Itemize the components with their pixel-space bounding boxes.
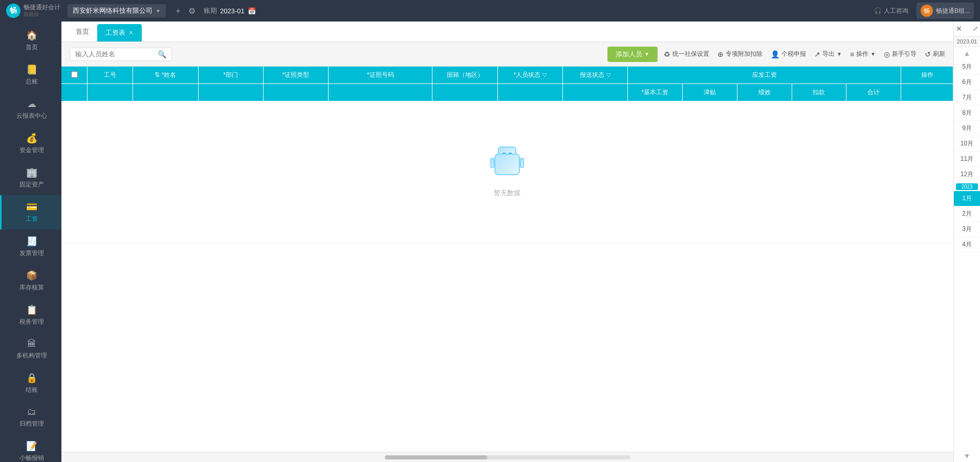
add-person-label: 添加人员 [616,50,642,59]
th-checkbox[interactable] [61,67,88,84]
payroll-table: 工号 ⇅ *姓名 *部门 *证照类型 *证照号码 国籍（地区） *人员状态 ▽ … [61,67,953,243]
period-info: 账期 2023-01 📅 [204,6,256,15]
table-container: 工号 ⇅ *姓名 *部门 *证照类型 *证照号码 国籍（地区） *人员状态 ▽ … [61,67,953,452]
company-selector[interactable]: 西安虾米网络科技有限公司 ▼ [68,4,166,17]
th-cert-type: *证照类型 [263,67,328,84]
month-item-1[interactable]: 1月 [954,191,980,206]
cloud-icon: ☁ [27,98,36,110]
add-person-button[interactable]: 添加人员 ▼ [607,47,658,62]
operations-icon: ≡ [850,50,854,58]
special-deduction-btn[interactable]: ⊕ 专项附加扣除 [717,50,763,58]
avatar: 畅 [921,5,933,17]
sidebar-label-close: 结账 [26,386,38,394]
settings-icon[interactable]: ⚙ [188,6,195,16]
th2-empty7 [432,84,497,101]
th-nationality: 国籍（地区） [432,67,497,84]
year-badge: 2023 [956,183,978,190]
search-icon: 🔍 [158,50,166,58]
report-filter-icon[interactable]: ▽ [606,72,611,78]
sidebar-item-payroll[interactable]: 💳 工资 [0,195,61,229]
scroll-track[interactable] [385,455,630,459]
sidebar-item-multi[interactable]: 🏛 多机构管理 [0,332,61,366]
th2-empty3 [133,84,198,101]
month-item-7[interactable]: 7月 [954,90,980,106]
scroll-down-btn[interactable]: ▼ [954,450,980,462]
month-item-3[interactable]: 3月 [954,222,980,237]
operations-btn[interactable]: ≡ 操作 ▼ [850,50,876,58]
th-deduction: 扣款 [792,84,846,101]
month-item-10[interactable]: 10月 [954,136,980,152]
empty-illustration [489,146,525,182]
month-item-8[interactable]: 8月 [954,106,980,121]
service-button[interactable]: 🎧 人工咨询 [874,7,908,15]
sidebar-item-tax[interactable]: 📋 税务管理 [0,298,61,332]
content-area: 首页 工资表 ✕ 🔍 添加人员 ▼ ♻ 统一社保设置 [61,22,953,462]
calendar-icon[interactable]: 📅 [248,7,256,15]
refresh-btn[interactable]: ↺ 刷新 [925,50,945,58]
sidebar-item-expense[interactable]: 📝 小畅报销 [0,434,61,462]
capital-icon: 💰 [26,133,37,144]
chevron-down-icon: ▼ [156,8,161,14]
tab-close-icon[interactable]: ✕ [128,29,134,36]
scroll-thumb[interactable] [385,455,487,459]
select-all-checkbox[interactable] [71,71,78,78]
social-insurance-btn[interactable]: ♻ 统一社保设置 [664,50,709,58]
tab-home[interactable]: 首页 [68,23,97,41]
social-insurance-icon: ♻ [664,50,670,58]
tab-payroll[interactable]: 工资表 ✕ [97,24,142,41]
guide-btn[interactable]: ◎ 新手引导 [884,50,917,58]
month-item-9[interactable]: 9月 [954,121,980,136]
sidebar-item-assets[interactable]: 🏢 固定资产 [0,161,61,195]
right-header: 🎧 人工咨询 畅 畅捷通B组... [874,3,974,19]
add-icon[interactable]: ＋ [174,6,182,16]
month-item-5[interactable]: 5月 [954,59,980,75]
th-allowance: 津贴 [682,84,737,101]
home-icon: 🏠 [26,30,37,41]
th2-empty6 [328,84,432,101]
sidebar-label-archive: 归档管理 [19,419,44,428]
scroll-up-btn[interactable]: ▲ [954,47,980,59]
export-btn[interactable]: ↗ 导出 ▼ [814,50,842,58]
sidebar-item-ledger[interactable]: 📒 总账 [0,58,61,92]
personal-tax-icon: 👤 [771,50,779,58]
sidebar-label-capital: 资金管理 [19,146,44,155]
guide-toolbar-icon: ◎ [884,50,890,58]
expense-icon: 📝 [26,440,37,452]
month-item-6[interactable]: 6月 [954,75,980,90]
app-edition: 旗舰版 [24,11,60,18]
sidebar-item-close[interactable]: 🔒 结账 [0,366,61,401]
search-input[interactable] [75,50,155,58]
sidebar-item-report[interactable]: ☁ 云报表中心 [0,92,61,127]
status-filter-icon[interactable]: ▽ [542,72,547,78]
sidebar-item-invoice[interactable]: 🧾 发票管理 [0,229,61,264]
month-item-2[interactable]: 2月 [954,206,980,222]
export-icon: ↗ [814,50,820,58]
sidebar-item-archive[interactable]: 🗂 归档管理 [0,401,61,434]
empty-text: 暂无数据 [494,188,520,198]
right-date-panel: ✕ ⤢ 2023.01 ▲ 5月 6月 7月 8月 9月 10月 11月 12月… [953,22,980,462]
toolbar: 🔍 添加人员 ▼ ♻ 统一社保设置 ⊕ 专项附加扣除 👤 个税申报 [61,42,953,67]
sidebar-item-inventory[interactable]: 📦 库存核算 [0,264,61,298]
sidebar-label-inventory: 库存核算 [19,283,44,292]
personal-tax-btn[interactable]: 👤 个税申报 [771,50,806,58]
user-badge[interactable]: 畅 畅捷通B组... [917,3,974,19]
empty-state-cell: 暂无数据 [61,101,953,243]
app-logo: 畅 [6,4,20,18]
sidebar-item-capital[interactable]: 💰 资金管理 [0,127,61,161]
sidebar-label-assets: 固定资产 [19,180,44,189]
ops-chevron-icon: ▼ [870,51,876,57]
month-item-4[interactable]: 4月 [954,237,980,253]
add-chevron-icon: ▼ [644,51,649,57]
th2-empty9 [562,84,627,101]
sidebar-item-home[interactable]: 🏠 首页 [0,24,61,58]
sidebar-label-report: 云报表中心 [16,112,47,120]
panel-close-button[interactable]: ✕ [956,25,962,33]
tab-bar: 首页 工资表 ✕ [61,22,953,42]
tab-payroll-label: 工资表 [105,28,125,37]
month-item-12[interactable]: 12月 [954,167,980,182]
th-dept: *部门 [198,67,263,84]
header-actions: ＋ ⚙ [174,6,195,16]
th2-empty4 [198,84,263,101]
month-item-11[interactable]: 11月 [954,152,980,167]
panel-expand-button[interactable]: ⤢ [973,25,978,32]
